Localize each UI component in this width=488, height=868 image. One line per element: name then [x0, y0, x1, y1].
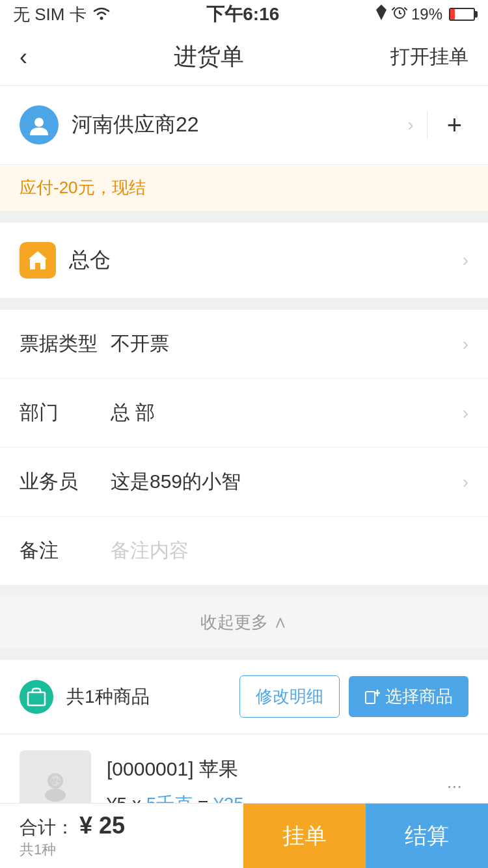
svg-text:智+: 智+ [50, 778, 61, 785]
remark-row[interactable]: 备注 备注内容 [0, 517, 488, 585]
supplier-avatar [20, 105, 59, 144]
battery-icon [449, 8, 475, 21]
form-section: 票据类型 不开票 › 部门 总 部 › 业务员 这是859的小智 › 备注 备注… [0, 310, 488, 585]
svg-rect-7 [35, 263, 40, 269]
product-title: 苹果 [199, 758, 238, 780]
staff-chevron-icon: › [463, 472, 468, 493]
notice-bar: 应付-20元，现结 [0, 165, 488, 211]
staff-row[interactable]: 业务员 这是859的小智 › [0, 448, 488, 517]
select-product-label: 选择商品 [385, 685, 453, 708]
warehouse-chevron-icon: › [463, 250, 468, 271]
warehouse-name: 总仓 [69, 246, 463, 275]
remark-label: 备注 [20, 537, 111, 564]
invoice-row[interactable]: 票据类型 不开票 › [0, 310, 488, 379]
department-value: 总 部 [111, 400, 463, 426]
invoice-value: 不开票 [111, 331, 463, 357]
open-hold-button[interactable]: 打开挂单 [390, 44, 468, 70]
status-bar: 无 SIM 卡 下午6:16 19% [0, 0, 488, 29]
page-title: 进货单 [174, 41, 244, 73]
carrier-label: 无 SIM 卡 [13, 3, 87, 26]
invoice-chevron-icon: › [463, 334, 468, 355]
warehouse-icon [20, 242, 56, 278]
svg-point-13 [45, 789, 66, 802]
nav-bar: ‹ 进货单 打开挂单 [0, 29, 488, 86]
remark-input[interactable]: 备注内容 [111, 537, 468, 564]
supplier-section: 河南供应商22 › + 应付-20元，现结 [0, 86, 488, 211]
status-right: 19% [375, 5, 475, 24]
checkout-button[interactable]: 结算 [366, 804, 488, 869]
products-header: 共1种商品 修改明细 选择商品 [0, 660, 488, 733]
svg-point-0 [100, 16, 103, 20]
supplier-row-right: › + [407, 111, 468, 140]
select-product-button[interactable]: 选择商品 [349, 676, 468, 717]
department-chevron-icon: › [463, 403, 468, 424]
add-button[interactable]: + [441, 111, 468, 140]
supplier-name: 河南供应商22 [72, 111, 407, 139]
bottom-bar: 合计： ¥ 25 共1种 挂单 结算 [0, 803, 488, 868]
invoice-label: 票据类型 [20, 331, 111, 357]
hold-button[interactable]: 挂单 [243, 804, 366, 869]
collapse-label: 收起更多 ∧ [200, 612, 287, 632]
main-content: 河南供应商22 › + 应付-20元，现结 总仓 › [0, 86, 488, 868]
status-left: 无 SIM 卡 [13, 3, 111, 26]
collapse-button[interactable]: 收起更多 ∧ [0, 597, 488, 648]
staff-label: 业务员 [20, 468, 111, 495]
products-icon [20, 680, 53, 714]
edit-detail-button[interactable]: 修改明细 [239, 675, 340, 718]
total-text: 合计： [20, 815, 74, 840]
svg-rect-9 [366, 692, 375, 703]
chevron-right-icon: › [407, 115, 413, 135]
warehouse-section: 总仓 › [0, 223, 488, 298]
product-name: [0000001] 苹果 [107, 756, 441, 783]
supplier-row[interactable]: 河南供应商22 › + [0, 86, 488, 165]
svg-rect-8 [28, 692, 45, 705]
total-amount: ¥ 25 [79, 812, 125, 839]
warehouse-row[interactable]: 总仓 › [0, 223, 488, 298]
staff-value: 这是859的小智 [111, 468, 463, 495]
svg-point-4 [34, 118, 44, 127]
alarm-icon [392, 5, 407, 24]
notice-text: 应付-20元，现结 [20, 178, 146, 197]
product-code: [0000001] [107, 758, 199, 780]
total-count: 共1种 [20, 840, 224, 860]
status-time: 下午6:16 [206, 2, 279, 27]
back-button[interactable]: ‹ [20, 44, 27, 71]
products-count: 共1种商品 [66, 685, 239, 709]
svg-marker-6 [29, 251, 47, 259]
total-label: 合计： ¥ 25 [20, 812, 224, 840]
department-label: 部门 [20, 400, 111, 426]
location-icon [375, 5, 388, 24]
wifi-icon [92, 5, 111, 25]
total-section: 合计： ¥ 25 共1种 [0, 812, 243, 860]
battery-label: 19% [411, 5, 442, 23]
product-more-button[interactable]: ··· [441, 769, 468, 803]
vertical-divider [427, 111, 427, 139]
department-row[interactable]: 部门 总 部 › [0, 379, 488, 448]
